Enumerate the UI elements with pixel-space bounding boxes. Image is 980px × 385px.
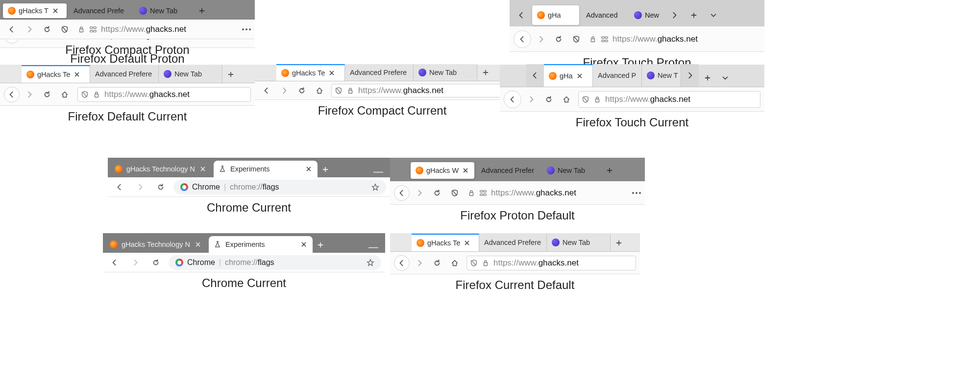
close-icon[interactable] — [199, 165, 207, 173]
reload-button[interactable] — [541, 92, 557, 107]
reload-button[interactable] — [153, 179, 169, 195]
home-button[interactable] — [447, 255, 463, 271]
url-bar[interactable]: https://www.ghacks.net — [331, 84, 506, 97]
tab-scroll-right-button[interactable] — [681, 64, 699, 87]
tab-experiments[interactable]: Experiments — [214, 161, 318, 177]
tab-advanced[interactable]: Advanced Prefe — [69, 3, 132, 18]
forward-button[interactable] — [276, 83, 292, 98]
tab-ghacks[interactable]: gHacks T — [3, 3, 67, 18]
url-bar[interactable]: https://www.ghacks.net — [466, 256, 636, 270]
url-bar[interactable]: https://www.ghacks.net — [578, 91, 760, 108]
back-button[interactable] — [107, 255, 122, 270]
reload-button[interactable] — [429, 255, 445, 271]
new-tab-button[interactable] — [195, 4, 209, 18]
tab-newtab[interactable]: New T — [642, 64, 681, 87]
tab-ghacks[interactable]: gHacks Technology N — [105, 236, 209, 253]
tab-newtab[interactable]: New Tab — [414, 64, 477, 81]
url-bar[interactable]: https://www.ghacks.net — [74, 24, 240, 34]
minimize-icon[interactable]: — — [373, 166, 388, 177]
back-button[interactable] — [394, 185, 410, 201]
reload-button[interactable] — [429, 185, 445, 201]
tab-ghacks[interactable]: gHacks Te — [22, 65, 90, 83]
tab-scroll-left-button[interactable] — [526, 64, 544, 87]
tab-advanced[interactable]: Advanced Prefere — [479, 234, 547, 251]
close-icon[interactable] — [576, 72, 584, 80]
shield-icon[interactable] — [447, 185, 463, 201]
tab-newtab[interactable]: New Tab — [542, 162, 601, 179]
star-icon[interactable] — [367, 259, 374, 266]
overflow-menu-icon[interactable] — [632, 192, 641, 194]
tab-ghacks[interactable]: gHacks W — [411, 162, 474, 179]
tab-experiments[interactable]: Experiments — [209, 236, 313, 253]
back-button[interactable] — [504, 91, 521, 108]
close-icon[interactable] — [51, 7, 59, 15]
close-icon[interactable] — [463, 239, 471, 247]
back-button[interactable] — [4, 22, 20, 37]
tab-newtab[interactable]: New — [629, 5, 663, 25]
forward-button[interactable] — [132, 179, 148, 195]
new-tab-button[interactable] — [685, 6, 703, 24]
tab-advanced[interactable]: Advanced — [581, 5, 627, 25]
tab-ghacks[interactable]: gHacks Technology N — [110, 161, 214, 177]
forward-button[interactable] — [412, 255, 427, 271]
tab-ghacks[interactable]: gHa — [544, 64, 593, 87]
tab-newtab[interactable]: New Tab — [547, 234, 611, 251]
tab-advanced[interactable]: Advanced P — [593, 64, 642, 87]
shield-icon[interactable] — [57, 22, 73, 37]
tab-newtab[interactable]: New Tab — [134, 3, 193, 18]
home-button[interactable] — [312, 83, 327, 98]
close-icon[interactable] — [305, 165, 313, 173]
forward-button[interactable] — [533, 31, 549, 47]
reload-button[interactable] — [551, 31, 566, 47]
forward-button[interactable] — [22, 22, 37, 37]
new-tab-button[interactable] — [313, 237, 328, 253]
tab-ghacks[interactable]: gHacks Te — [412, 234, 479, 251]
new-tab-button[interactable] — [477, 64, 494, 81]
tab-ghacks[interactable]: gHacks Te — [276, 64, 345, 81]
url-bar[interactable]: Chrome | chrome://flags — [169, 255, 381, 270]
close-icon[interactable] — [462, 167, 469, 174]
back-button[interactable] — [259, 83, 274, 98]
minimize-icon[interactable]: — — [368, 241, 383, 253]
new-tab-button[interactable] — [611, 235, 627, 251]
star-icon[interactable] — [371, 183, 379, 191]
url-bar[interactable]: https://www.ghacks.net — [586, 34, 760, 44]
forward-button[interactable] — [412, 185, 427, 201]
forward-button[interactable] — [127, 255, 143, 270]
shield-icon[interactable] — [568, 31, 584, 47]
home-button[interactable] — [559, 92, 574, 107]
tabs-dropdown-button[interactable] — [716, 69, 734, 87]
tab-advanced[interactable]: Advanced Prefere — [90, 65, 159, 83]
back-button[interactable] — [394, 255, 410, 271]
new-tab-button[interactable] — [699, 69, 716, 87]
url-bar[interactable]: https://www.ghacks.net — [465, 188, 630, 198]
close-icon[interactable] — [300, 241, 308, 248]
tab-newtab[interactable]: New Tab — [159, 65, 222, 83]
tab-advanced[interactable]: Advanced Prefer — [476, 162, 540, 179]
forward-button[interactable] — [22, 87, 37, 102]
tab-scroll-left-button[interactable] — [513, 6, 530, 24]
tabs-dropdown-button[interactable] — [705, 6, 722, 24]
close-icon[interactable] — [73, 71, 81, 78]
reload-button[interactable] — [39, 87, 55, 102]
tab-ghacks[interactable]: gHa — [532, 5, 579, 25]
new-tab-button[interactable] — [318, 162, 333, 177]
forward-button[interactable] — [523, 92, 539, 107]
back-button[interactable] — [514, 30, 531, 48]
home-button[interactable] — [57, 87, 73, 102]
url-bar[interactable]: https://www.ghacks.net — [77, 87, 251, 102]
reload-button[interactable] — [148, 255, 164, 270]
reload-button[interactable] — [39, 22, 55, 37]
overflow-menu-icon[interactable] — [242, 28, 251, 30]
url-proto: https://www. — [605, 95, 650, 104]
reload-button[interactable] — [294, 83, 310, 98]
new-tab-button[interactable] — [222, 66, 239, 83]
url-bar[interactable]: Chrome | chrome://flags — [173, 180, 386, 194]
close-icon[interactable] — [194, 241, 202, 248]
tab-advanced[interactable]: Advanced Prefere — [345, 64, 414, 81]
new-tab-button[interactable] — [603, 164, 616, 177]
back-button[interactable] — [112, 179, 127, 195]
tab-scroll-right-button[interactable] — [665, 6, 683, 24]
back-button[interactable] — [4, 87, 20, 102]
close-icon[interactable] — [328, 69, 336, 77]
